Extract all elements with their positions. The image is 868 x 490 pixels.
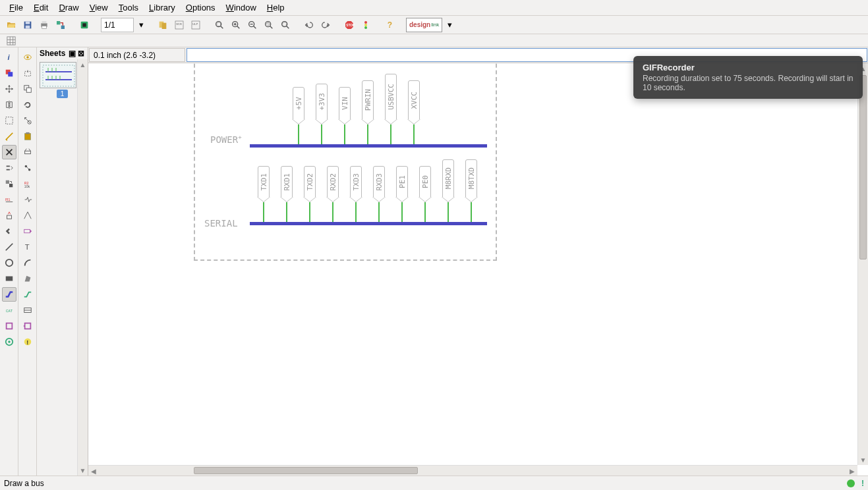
rect-tool[interactable] (2, 271, 16, 286)
mark-tool[interactable] (20, 66, 35, 80)
notification-body: Recording duration set to 75 seconds. Re… (643, 74, 854, 92)
info-tool[interactable]: i (2, 50, 16, 65)
sheet-selector-arrow[interactable]: ▾ (136, 18, 146, 32)
hscroll-left-icon[interactable]: ◀ (88, 466, 99, 476)
cam-button[interactable] (53, 18, 68, 32)
menu-library[interactable]: Library (144, 1, 181, 14)
replace-tool[interactable] (2, 177, 16, 191)
pin-wire (344, 124, 345, 144)
hscroll-thumb[interactable] (194, 467, 418, 474)
net-tool[interactable] (20, 287, 35, 302)
svg-rect-55 (7, 215, 11, 219)
bus-tool[interactable] (2, 287, 16, 302)
errors-tool[interactable]: ! (20, 335, 35, 349)
circle-tool[interactable] (2, 256, 16, 270)
scroll-up-icon[interactable]: ▲ (78, 59, 88, 70)
rotate-tool[interactable] (20, 97, 35, 112)
zoom-in-button[interactable] (229, 18, 243, 32)
change-tool[interactable] (20, 113, 35, 128)
sheets-close-icon[interactable]: ⊠ (77, 49, 85, 58)
layer-display-tool[interactable] (2, 66, 16, 80)
show-tool[interactable] (20, 50, 35, 65)
attribute-tool[interactable] (20, 303, 35, 317)
pin-label: M8TXD (467, 165, 476, 191)
go-button[interactable] (359, 18, 373, 32)
sheets-detach-icon[interactable]: ▣ (68, 49, 76, 58)
canvas[interactable]: POWER+ +5V+3V3VINPWRINUSBVCCXVCC SERIAL … (88, 63, 868, 476)
menu-tools[interactable]: Tools (113, 1, 144, 14)
svg-line-20 (237, 26, 239, 28)
miter-tool[interactable] (20, 208, 35, 223)
svg-text:i: i (7, 53, 10, 61)
sheet-selector[interactable]: 1/1 (101, 18, 134, 32)
gateswap-tool[interactable] (20, 161, 35, 175)
move-tool[interactable] (2, 82, 16, 96)
menu-file[interactable]: File (4, 1, 28, 14)
cut-tool[interactable] (2, 129, 16, 144)
split-tool[interactable] (2, 224, 16, 238)
canvas-vertical-scrollbar[interactable]: ▲ ▼ (857, 63, 868, 465)
svg-rect-83 (24, 323, 30, 329)
redo-button[interactable] (318, 18, 333, 32)
pin-tag: M8RXD (442, 159, 454, 198)
pin-tag: M8TXD (465, 159, 477, 198)
print-button[interactable] (37, 18, 51, 32)
help-button[interactable]: ? (382, 18, 397, 32)
grid-toggle-icon[interactable] (4, 35, 18, 47)
pin-label: M8RXD (444, 165, 453, 191)
use-library-button[interactable] (156, 18, 170, 32)
polygon-tool[interactable] (20, 271, 35, 286)
invoke-tool[interactable]: R210k (20, 177, 35, 191)
ulp-button[interactable]: ULP (188, 18, 203, 32)
sheets-scrollbar[interactable]: ▲ ▼ (77, 59, 88, 476)
script-button[interactable]: SCR (172, 18, 187, 32)
zoom-out-button[interactable] (245, 18, 260, 32)
copy-tool[interactable] (20, 82, 35, 96)
text-tool[interactable]: T (20, 240, 35, 254)
pin-wire (309, 202, 310, 222)
canvas-horizontal-scrollbar[interactable]: ◀ ▶ (88, 465, 857, 476)
signal-pin-+5v: +5V (293, 87, 304, 144)
menu-options[interactable]: Options (181, 1, 221, 14)
erc-tool[interactable] (2, 335, 16, 349)
stop-button[interactable]: STOP (342, 18, 357, 32)
zoom-fit-button[interactable] (212, 18, 227, 32)
label-tool[interactable] (20, 224, 35, 238)
signal-pin-rxd2: RXD2 (327, 166, 339, 222)
scroll-down-icon[interactable]: ▼ (78, 465, 88, 476)
save-button[interactable] (20, 18, 35, 32)
pinswap-tool[interactable] (2, 161, 16, 175)
wire-tool[interactable] (2, 240, 16, 254)
undo-button[interactable] (302, 18, 316, 32)
vscroll-down-icon[interactable]: ▼ (858, 454, 868, 465)
name-tool[interactable]: R1 (2, 192, 16, 207)
vscroll-thumb[interactable] (859, 75, 867, 259)
menu-window[interactable]: Window (221, 1, 262, 14)
open-button[interactable] (4, 18, 18, 32)
zoom-redraw-button[interactable] (262, 18, 276, 32)
smash-tool[interactable] (2, 208, 16, 223)
svg-rect-48 (5, 117, 13, 124)
mirror-tool[interactable] (2, 97, 16, 112)
board-button[interactable] (77, 18, 92, 32)
port-tool[interactable] (20, 319, 35, 333)
menu-edit[interactable]: Edit (28, 1, 53, 14)
paste-tool[interactable] (20, 129, 35, 144)
junction-tool[interactable]: CAT (2, 303, 16, 317)
arc-tool[interactable] (20, 256, 35, 270)
menu-draw[interactable]: Draw (53, 1, 84, 14)
designlink-button[interactable]: designlink (406, 18, 442, 32)
module-tool[interactable] (2, 319, 16, 333)
value-tool[interactable] (20, 192, 35, 207)
designlink-dropdown-arrow[interactable]: ▾ (444, 18, 455, 32)
hscroll-right-icon[interactable]: ▶ (847, 466, 857, 476)
menu-view[interactable]: View (84, 1, 113, 14)
zoom-select-button[interactable] (278, 18, 293, 32)
group-tool[interactable] (2, 113, 16, 128)
menu-help[interactable]: Help (262, 1, 290, 14)
svg-text:SCR: SCR (176, 22, 182, 26)
add-tool[interactable] (20, 145, 35, 159)
delete-tool[interactable] (2, 145, 16, 159)
power-label: POWER+ (210, 134, 242, 145)
pin-label: RXD3 (375, 171, 384, 193)
